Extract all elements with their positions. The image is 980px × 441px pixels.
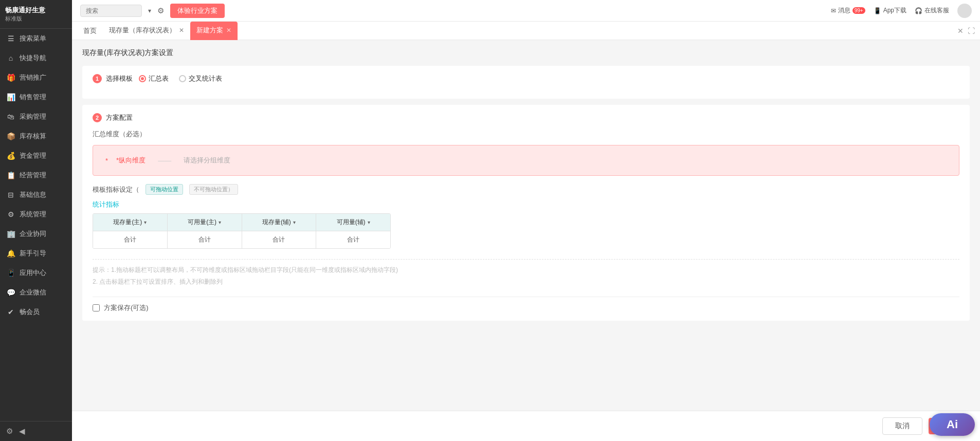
app-logo: 畅康通好生意 标准版 [0, 0, 72, 29]
bottom-bar: 取消 查询 [72, 411, 980, 441]
new-guide-icon: 🔔 [6, 249, 15, 258]
enterprise-icon: 🏢 [6, 230, 15, 238]
gift-icon: 🎁 [6, 74, 15, 82]
message-btn[interactable]: ✉ 消息 99+ [831, 6, 865, 15]
sound-icon[interactable]: ◀ [19, 427, 25, 436]
step2-section: 2 方案配置 汇总维度（必选） * *纵向维度 —— 请选择分组维度 模板指标设… [82, 105, 970, 321]
topbar-gear-icon[interactable]: ⚙ [157, 6, 164, 15]
radio-summary-circle [139, 75, 146, 82]
col3-chevron: ▾ [293, 219, 296, 225]
ai-badge[interactable]: Ai [930, 413, 975, 436]
step2-title: 方案配置 [106, 113, 133, 122]
dimension-dash: —— [158, 157, 171, 164]
step1-section: 1 选择模板 汇总表 交叉统计表 [82, 66, 970, 99]
sidebar-item-sales[interactable]: 📊 销售管理 [0, 87, 72, 107]
topbar-right: ✉ 消息 99+ 📱 App下载 🎧 在线客服 [831, 4, 972, 18]
step2-number: 2 [93, 113, 102, 122]
stats-cell-2: 合计 [168, 231, 242, 248]
topbar-dropdown[interactable]: ▾ [148, 7, 151, 14]
save-scheme-label: 方案保存(可选) [104, 303, 149, 313]
draggable-badge: 可拖动位置 [146, 184, 183, 195]
sidebar-item-search-menu[interactable]: ☰ 搜索菜单 [0, 29, 72, 48]
avatar[interactable] [957, 4, 972, 18]
app-center-icon: 📱 [6, 269, 15, 277]
industry-btn[interactable]: 体验行业方案 [170, 4, 225, 18]
sidebar-item-basic-info[interactable]: ⊟ 基础信息 [0, 185, 72, 205]
radio-cross[interactable]: 交叉统计表 [179, 74, 222, 83]
save-scheme-checkbox[interactable] [93, 304, 100, 311]
col4-chevron: ▾ [368, 219, 370, 225]
tab-inventory-close[interactable]: ✕ [179, 27, 184, 34]
sales-icon: 📊 [6, 93, 15, 101]
tab-inventory[interactable]: 现存量（库存状况表） ✕ [103, 22, 190, 40]
dimension-row[interactable]: * *纵向维度 —— 请选择分组维度 [93, 145, 959, 176]
stats-col-3[interactable]: 现存量(辅) ▾ [242, 214, 317, 231]
stats-cell-1: 合计 [93, 231, 168, 248]
sidebar-item-finance[interactable]: 💰 资金管理 [0, 146, 72, 166]
headset-icon: 🎧 [915, 7, 922, 14]
main-area: ▾ ⚙ 体验行业方案 ✉ 消息 99+ 📱 App下载 🎧 在线客服 首页 [72, 0, 980, 441]
step1-number: 1 [93, 74, 102, 83]
page-title: 现存量(库存状况表)方案设置 [82, 48, 970, 58]
sidebar-item-enterprise[interactable]: 🏢 企业协同 [0, 224, 72, 244]
tips-section: 提示：1.拖动标题栏可以调整布局，不可跨维度或指标区域拖动栏目字段(只能在同一维… [93, 259, 959, 286]
operations-icon: 📋 [6, 171, 15, 179]
indicator-config-label: 模板指标设定（ [93, 185, 139, 194]
customer-service-btn[interactable]: 🎧 在线客服 [915, 6, 949, 15]
sidebar-item-operations[interactable]: 📋 经营管理 [0, 166, 72, 185]
step1-title: 选择模板 [106, 74, 133, 83]
summary-dim-label: 汇总维度（必选） [93, 130, 959, 139]
app-download-btn[interactable]: 📱 App下载 [874, 6, 906, 15]
tab-new-scheme-close[interactable]: ✕ [226, 27, 231, 34]
sidebar-item-marketing[interactable]: 🎁 营销推广 [0, 68, 72, 87]
stats-table: 现存量(主) ▾ 可用量(主) ▾ 现存量(辅) ▾ 可用量(辅) ▾ [93, 213, 391, 249]
sidebar-item-purchase[interactable]: 🛍 采购管理 [0, 107, 72, 126]
home-icon: ⌂ [6, 54, 15, 62]
tab-new-scheme[interactable]: 新建方案 ✕ [190, 22, 238, 40]
template-radio-group: 汇总表 交叉统计表 [139, 74, 222, 83]
stats-title: 统计指标 [93, 200, 959, 209]
system-icon: ⚙ [6, 210, 15, 218]
topbar: ▾ ⚙ 体验行业方案 ✉ 消息 99+ 📱 App下载 🎧 在线客服 [72, 0, 980, 22]
sidebar-item-new-guide[interactable]: 🔔 新手引导 [0, 244, 72, 263]
stats-col-1[interactable]: 现存量(主) ▾ [93, 214, 168, 231]
sidebar-item-system[interactable]: ⚙ 系统管理 [0, 205, 72, 224]
stats-cell-4: 合计 [316, 231, 390, 248]
purchase-icon: 🛍 [6, 113, 15, 121]
col2-chevron: ▾ [219, 219, 221, 225]
finance-icon: 💰 [6, 152, 15, 160]
indicator-config-row: 模板指标设定（ 可拖动位置 不可拖动位置） [93, 184, 959, 195]
mobile-icon: 📱 [874, 7, 881, 14]
stats-col-4[interactable]: 可用量(辅) ▾ [316, 214, 390, 231]
required-star: * [105, 157, 108, 164]
content-area: 现存量(库存状况表)方案设置 1 选择模板 汇总表 交叉统计表 [72, 40, 980, 411]
sidebar-item-inventory[interactable]: 📦 库存核算 [0, 126, 72, 146]
sidebar-bottom: ⚙ ◀ [0, 421, 72, 441]
tab-close-icon[interactable]: ✕ [957, 27, 964, 35]
sidebar-item-member[interactable]: ✔ 畅会员 [0, 302, 72, 322]
tab-home[interactable]: 首页 [77, 22, 103, 40]
tabs-bar: 首页 现存量（库存状况表） ✕ 新建方案 ✕ ✕ ⛶ [72, 22, 980, 40]
save-row: 方案保存(可选) [93, 297, 959, 313]
tip-1: 提示：1.拖动标题栏可以调整布局，不可跨维度或指标区域拖动栏目字段(只能在同一维… [93, 266, 959, 274]
settings-icon[interactable]: ⚙ [6, 427, 13, 436]
message-icon: ✉ [831, 7, 836, 14]
stats-cell-3: 合计 [242, 231, 317, 248]
wechat-icon: 💬 [6, 288, 15, 297]
sidebar-item-wechat[interactable]: 💬 企业微信 [0, 283, 72, 302]
sidebar-item-app-center[interactable]: 📱 应用中心 [0, 263, 72, 283]
cancel-button[interactable]: 取消 [882, 417, 922, 435]
search-menu-icon: ☰ [6, 34, 15, 43]
search-input[interactable] [80, 5, 142, 17]
stats-table-body: 合计 合计 合计 合计 [93, 231, 390, 248]
basic-info-icon: ⊟ [6, 191, 15, 199]
sidebar: 畅康通好生意 标准版 ☰ 搜索菜单 ⌂ 快捷导航 🎁 营销推广 📊 销售管理 🛍… [0, 0, 72, 441]
sidebar-item-quick-nav[interactable]: ⌂ 快捷导航 [0, 48, 72, 68]
stats-col-2[interactable]: 可用量(主) ▾ [168, 214, 242, 231]
tab-expand-icon[interactable]: ⛶ [968, 27, 975, 35]
col1-chevron: ▾ [144, 219, 147, 225]
radio-cross-circle [179, 75, 186, 82]
stats-table-header: 现存量(主) ▾ 可用量(主) ▾ 现存量(辅) ▾ 可用量(辅) ▾ [93, 214, 390, 231]
vertical-dim-label: *纵向维度 [116, 156, 146, 165]
radio-summary[interactable]: 汇总表 [139, 74, 169, 83]
